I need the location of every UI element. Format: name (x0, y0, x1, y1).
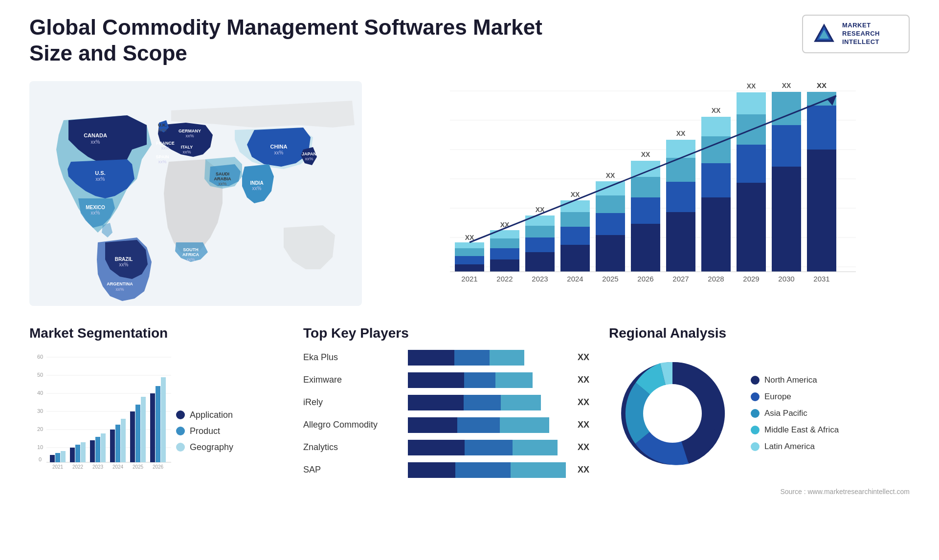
player-bar (408, 417, 566, 433)
legend-dot-product (176, 427, 185, 435)
svg-text:2024: 2024 (112, 464, 124, 470)
regional-legend-item: Europe (751, 392, 839, 402)
svg-text:BRAZIL: BRAZIL (115, 257, 133, 262)
svg-text:30: 30 (37, 408, 43, 414)
svg-text:xx%: xx% (91, 210, 100, 215)
svg-text:xx%: xx% (186, 257, 195, 262)
svg-text:XX: XX (817, 81, 827, 89)
svg-text:XX: XX (676, 129, 686, 137)
svg-text:2028: 2028 (708, 275, 724, 283)
svg-rect-141 (161, 377, 166, 462)
legend-geography: Geography (176, 442, 233, 452)
svg-rect-49 (490, 248, 519, 259)
svg-rect-79 (701, 163, 731, 197)
player-name: Eka Plus (303, 352, 401, 363)
svg-text:CHINA: CHINA (270, 144, 288, 150)
bar-segment (511, 462, 566, 478)
svg-text:xx%: xx% (182, 150, 191, 154)
legend-label-geography: Geography (190, 442, 233, 452)
player-bar (408, 462, 566, 478)
market-segmentation: Market Segmentation 60 50 40 30 20 10 0 (29, 325, 284, 478)
svg-text:2023: 2023 (92, 464, 104, 470)
svg-text:SPAIN: SPAIN (156, 154, 169, 159)
svg-text:XX: XX (571, 191, 580, 198)
svg-rect-84 (737, 145, 766, 183)
bar-segment (455, 462, 511, 478)
regional-dot (751, 442, 760, 451)
svg-rect-73 (666, 212, 695, 272)
bar-segment (465, 440, 513, 455)
player-row: SAPXX (303, 462, 589, 478)
regional-label: Asia Pacific (764, 409, 807, 418)
svg-rect-137 (135, 405, 140, 462)
regional-label: Europe (764, 392, 791, 402)
svg-rect-89 (772, 125, 801, 167)
player-name: Znalytics (303, 442, 401, 452)
svg-text:2029: 2029 (743, 275, 759, 283)
bar-segment (464, 372, 495, 388)
source-text: Source : www.marketresearchintellect.com (29, 488, 910, 495)
svg-rect-60 (560, 212, 590, 227)
svg-rect-133 (110, 430, 115, 462)
svg-text:CANADA: CANADA (84, 132, 107, 138)
player-bar-wrap (408, 440, 566, 455)
svg-text:XX: XX (641, 151, 650, 158)
player-value: XX (578, 397, 589, 408)
svg-text:xx%: xx% (91, 139, 100, 145)
bar-segment (408, 440, 465, 455)
svg-text:xx%: xx% (305, 156, 313, 161)
svg-text:SOUTH: SOUTH (183, 247, 199, 252)
logo-text-line2: RESEARCH (842, 30, 880, 38)
svg-text:xx%: xx% (119, 262, 129, 267)
regional-analysis: Regional Analysis (609, 325, 910, 478)
svg-text:2024: 2024 (567, 275, 583, 283)
svg-rect-131 (95, 437, 100, 462)
svg-rect-126 (61, 451, 66, 462)
svg-rect-48 (490, 259, 519, 272)
player-row: ZnalyticsXX (303, 440, 589, 455)
svg-rect-59 (560, 227, 590, 245)
segmentation-title: Market Segmentation (29, 325, 284, 341)
svg-rect-88 (772, 167, 801, 272)
regional-legend-item: Asia Pacific (751, 409, 839, 418)
svg-text:GERMANY: GERMANY (179, 129, 201, 133)
player-bar (408, 372, 566, 388)
svg-text:2021: 2021 (461, 275, 477, 283)
bar-segment (408, 417, 457, 433)
player-value: XX (578, 420, 589, 430)
svg-text:U.K.: U.K. (158, 123, 167, 128)
regional-dot (751, 392, 760, 401)
legend-product: Product (176, 426, 233, 436)
svg-rect-83 (737, 183, 766, 272)
svg-text:0: 0 (39, 456, 42, 462)
player-bar (408, 440, 566, 455)
player-name: Allegro Commodity (303, 420, 401, 430)
svg-text:2021: 2021 (52, 464, 64, 470)
svg-rect-135 (121, 419, 126, 462)
page-title: Global Commodity Management Softwares Ma… (29, 15, 567, 66)
svg-text:xx%: xx% (158, 128, 166, 132)
svg-text:FRANCE: FRANCE (156, 141, 175, 146)
player-bar-wrap (408, 462, 566, 478)
svg-rect-64 (596, 213, 625, 235)
svg-text:XX: XX (747, 82, 756, 90)
svg-text:60: 60 (37, 354, 43, 360)
regional-dot (751, 426, 760, 434)
bar-segment (454, 350, 489, 366)
svg-rect-58 (560, 245, 590, 272)
svg-text:ITALY: ITALY (181, 145, 193, 150)
bar-segment (490, 350, 524, 366)
svg-rect-129 (81, 442, 86, 462)
logo: MARKET RESEARCH INTELLECT (802, 15, 910, 53)
svg-rect-139 (150, 393, 155, 462)
bar-segment (408, 462, 455, 478)
svg-rect-92 (807, 150, 836, 272)
svg-text:xx%: xx% (252, 186, 262, 191)
svg-rect-125 (55, 453, 60, 462)
svg-rect-68 (631, 224, 660, 272)
svg-text:2025: 2025 (602, 275, 618, 283)
logo-text-line1: MARKET (842, 22, 880, 30)
svg-point-149 (643, 384, 702, 443)
svg-text:20: 20 (37, 426, 43, 432)
svg-text:2026: 2026 (153, 464, 164, 470)
